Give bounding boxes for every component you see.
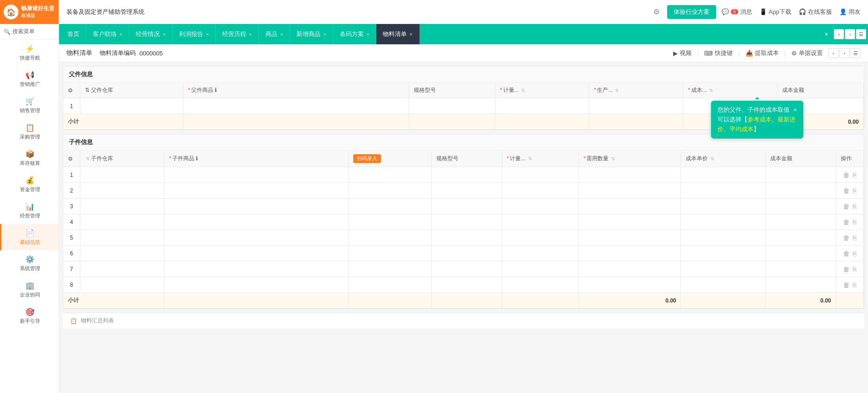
child-row-2-unit[interactable]: [502, 183, 579, 199]
sidebar-item-basic-info[interactable]: 📄 基础信息: [0, 224, 59, 250]
child-row-8-scan[interactable]: [349, 277, 432, 293]
tab-business-close[interactable]: ×: [163, 31, 165, 37]
tab-history[interactable]: 经营历程 ×: [216, 24, 259, 44]
child-row-8-qty[interactable]: [579, 277, 681, 293]
child-row-8-amount[interactable]: [766, 277, 836, 293]
child-row-4-amount[interactable]: [766, 214, 836, 230]
child-row-3-unit[interactable]: [502, 199, 579, 214]
child-row-2-unit-cost[interactable]: [681, 183, 766, 199]
child-row-7-unit[interactable]: [502, 261, 579, 277]
view-action[interactable]: ▶ 视频: [673, 49, 692, 57]
child-row-5-qty[interactable]: [579, 230, 681, 246]
delete-icon-5[interactable]: 🗑: [843, 234, 850, 242]
nav-menu-btn[interactable]: ☰: [856, 29, 866, 39]
gear-icon[interactable]: ⚙: [653, 7, 660, 16]
child-row-4-scan[interactable]: [349, 214, 432, 230]
nav-arrow-left[interactable]: ‹: [834, 29, 844, 39]
sidebar-item-quick-nav[interactable]: ⚡ 快捷导航: [0, 40, 59, 66]
copy-icon-2[interactable]: ⎘: [853, 187, 856, 194]
child-row-7-qty[interactable]: [579, 261, 681, 277]
child-row-2-goods[interactable]: [164, 183, 349, 199]
child-row-7-scan[interactable]: [349, 261, 432, 277]
sidebar-search[interactable]: 🔍 搜索菜单: [0, 24, 59, 40]
parent-row-1-unit[interactable]: [495, 98, 589, 114]
nav-arrow-right[interactable]: ›: [845, 29, 855, 39]
child-row-5-warehouse[interactable]: [80, 230, 164, 246]
sidebar-item-enterprise[interactable]: 🏢 企业协同: [0, 277, 59, 303]
child-row-1-spec[interactable]: [431, 167, 502, 183]
copy-icon-6[interactable]: ⎘: [853, 250, 856, 257]
child-row-5-unit[interactable]: [502, 230, 579, 246]
child-col-scan[interactable]: 扫码录入: [349, 151, 432, 167]
tab-customer[interactable]: 客户联络 ×: [86, 24, 129, 44]
sidebar-item-guide[interactable]: 🎯 新手引导: [0, 303, 59, 329]
tab-profit-close[interactable]: ×: [206, 31, 209, 37]
delete-icon-2[interactable]: 🗑: [843, 187, 850, 194]
child-row-5-goods[interactable]: [164, 230, 349, 246]
child-row-2-spec[interactable]: [431, 183, 502, 199]
user-item[interactable]: 👤 用友: [839, 8, 861, 16]
child-row-1-goods[interactable]: [164, 167, 349, 183]
child-row-1-unit[interactable]: [502, 167, 579, 183]
trial-button[interactable]: 体验行业方案: [667, 5, 716, 19]
tab-bom-close[interactable]: ×: [410, 31, 412, 37]
copy-icon-1[interactable]: ⎘: [853, 171, 856, 179]
online-service-item[interactable]: 🎧 在线客服: [799, 8, 832, 16]
parent-col-settings[interactable]: ⚙: [63, 83, 80, 98]
parent-row-1-warehouse[interactable]: [80, 98, 183, 114]
tab-bom[interactable]: 物料清单 ×: [376, 24, 419, 44]
child-row-4-unit[interactable]: [502, 214, 579, 230]
child-row-4-unit-cost[interactable]: [681, 214, 766, 230]
copy-icon-3[interactable]: ⎘: [853, 203, 856, 210]
shortcut-action[interactable]: ⌨ 快捷键: [704, 49, 733, 57]
delete-icon-7[interactable]: 🗑: [843, 266, 850, 273]
tab-barcode-close[interactable]: ×: [367, 31, 369, 37]
parent-row-1-spec[interactable]: [409, 98, 495, 114]
child-row-7-amount[interactable]: [766, 261, 836, 277]
page-list-btn[interactable]: ☰: [850, 48, 861, 58]
delete-icon-8[interactable]: 🗑: [843, 281, 850, 289]
child-row-6-scan[interactable]: [349, 246, 432, 261]
child-row-6-spec[interactable]: [431, 246, 502, 261]
child-row-1-amount[interactable]: [766, 167, 836, 183]
sidebar-item-system[interactable]: ⚙️ 系统管理: [0, 250, 59, 277]
delete-icon-6[interactable]: 🗑: [843, 250, 850, 257]
tab-business[interactable]: 经营情况 ×: [129, 24, 172, 44]
child-row-6-amount[interactable]: [766, 246, 836, 261]
tab-barcode[interactable]: 条码方案 ×: [333, 24, 376, 44]
child-row-8-warehouse[interactable]: [80, 277, 164, 293]
child-row-5-amount[interactable]: [766, 230, 836, 246]
parent-row-1-produce[interactable]: [589, 98, 683, 114]
child-row-7-warehouse[interactable]: [80, 261, 164, 277]
child-row-4-warehouse[interactable]: [80, 214, 164, 230]
child-col-settings[interactable]: ⚙: [63, 151, 80, 167]
delete-icon-3[interactable]: 🗑: [843, 203, 850, 210]
sidebar-item-sales[interactable]: 🛒 销售管理: [0, 92, 59, 119]
child-row-7-goods[interactable]: [164, 261, 349, 277]
child-row-3-warehouse[interactable]: [80, 199, 164, 214]
child-row-4-goods[interactable]: [164, 214, 349, 230]
child-row-5-scan[interactable]: [349, 230, 432, 246]
scan-button[interactable]: 扫码录入: [353, 154, 381, 163]
tab-goods-close[interactable]: ×: [280, 31, 283, 37]
child-row-5-spec[interactable]: [431, 230, 502, 246]
tab-profit[interactable]: 利润报告 ×: [173, 24, 216, 44]
child-row-2-scan[interactable]: [349, 183, 432, 199]
nav-close-all[interactable]: ×: [821, 30, 832, 38]
tooltip-close-btn[interactable]: ×: [793, 105, 797, 115]
copy-icon-5[interactable]: ⎘: [853, 234, 856, 242]
child-row-3-qty[interactable]: [579, 199, 681, 214]
child-row-8-spec[interactable]: [431, 277, 502, 293]
child-row-1-warehouse[interactable]: [80, 167, 164, 183]
child-row-6-unit-cost[interactable]: [681, 246, 766, 261]
tab-goods[interactable]: 商品 ×: [259, 24, 290, 44]
tab-new-goods[interactable]: 新增商品 ×: [290, 24, 333, 44]
child-row-3-spec[interactable]: [431, 199, 502, 214]
child-row-5-unit-cost[interactable]: [681, 230, 766, 246]
child-row-4-spec[interactable]: [431, 214, 502, 230]
copy-icon-4[interactable]: ⎘: [853, 218, 856, 226]
copy-icon-8[interactable]: ⎘: [853, 281, 856, 289]
child-row-7-spec[interactable]: [431, 261, 502, 277]
child-row-1-unit-cost[interactable]: [681, 167, 766, 183]
child-row-8-goods[interactable]: [164, 277, 349, 293]
